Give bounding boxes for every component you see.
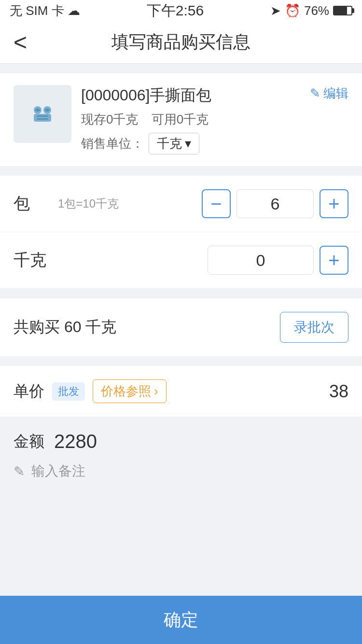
nav-bar: < 填写商品购买信息 <box>0 21 362 64</box>
battery-text: 76% <box>304 3 329 18</box>
pifa-tag: 批发 <box>52 382 85 401</box>
location-icon: ➤ <box>270 3 281 18</box>
note-icon: ✎ <box>14 463 25 479</box>
price-ref-arrow: › <box>154 384 158 399</box>
status-right: ➤ ⏰ 76% <box>270 3 352 18</box>
amount-row: 金额 2280 <box>14 431 348 452</box>
kg-label: 千克 <box>14 249 52 271</box>
bao-qty-control: − + <box>202 189 348 218</box>
product-stock: 现存0千克 可用0千克 <box>81 111 348 128</box>
note-placeholder: 输入备注 <box>31 462 85 480</box>
product-thumbnail <box>14 85 71 143</box>
price-ref-label: 价格参照 <box>101 383 151 400</box>
bao-row: 包 1包=10千克 − + <box>0 176 362 232</box>
stock-value: 现存0千克 <box>81 112 138 126</box>
back-button[interactable]: < <box>14 29 27 56</box>
price-row: 单价 批发 价格参照 › 38 <box>14 379 348 403</box>
price-left: 单价 批发 价格参照 › <box>14 379 167 403</box>
kg-plus-button[interactable]: + <box>320 246 348 275</box>
svg-rect-4 <box>34 114 51 122</box>
kg-row: 千克 + <box>0 232 362 289</box>
back-icon: < <box>14 29 27 55</box>
kg-qty-input[interactable] <box>208 246 314 275</box>
unit-label: 销售单位： <box>81 135 144 152</box>
summary-row: 共购买 60 千克 录批次 <box>0 298 362 356</box>
summary-text: 共购买 60 千克 <box>14 317 116 338</box>
unit-value: 千克 <box>157 135 182 152</box>
product-card: [0000006]手撕面包 现存0千克 可用0千克 销售单位： 千克 ▾ ✎ 编… <box>0 73 362 166</box>
amount-label: 金额 <box>14 431 44 452</box>
status-time: 下午2:56 <box>147 1 204 21</box>
battery-icon <box>333 6 352 15</box>
price-section: 单价 批发 价格参照 › 38 <box>0 366 362 417</box>
bao-qty-input[interactable] <box>237 189 314 218</box>
note-row[interactable]: ✎ 输入备注 <box>14 462 348 480</box>
confirm-button[interactable]: 确定 <box>0 596 362 644</box>
product-unit: 销售单位： 千克 ▾ <box>81 133 348 154</box>
footer: 确定 <box>0 596 362 644</box>
chevron-down-icon: ▾ <box>185 136 191 151</box>
available-value: 可用0千克 <box>152 112 209 126</box>
bao-label: 包 <box>14 193 52 215</box>
status-bar: 无 SIM 卡 ☁ 下午2:56 ➤ ⏰ 76% <box>0 0 362 21</box>
alarm-icon: ⏰ <box>285 3 300 18</box>
bao-plus-button[interactable]: + <box>320 189 348 218</box>
kg-qty-control: + <box>208 246 348 275</box>
no-sim-text: 无 SIM 卡 ☁ <box>10 2 80 19</box>
price-ref-button[interactable]: 价格参照 › <box>93 379 167 403</box>
amount-section: 金额 2280 ✎ 输入备注 <box>0 417 362 494</box>
svg-point-3 <box>45 109 50 112</box>
amount-value: 2280 <box>54 431 97 452</box>
bao-section: 包 1包=10千克 − + 千克 + <box>0 176 362 289</box>
page-title: 填写商品购买信息 <box>111 30 251 54</box>
edit-icon: ✎ <box>310 86 320 101</box>
bao-minus-button[interactable]: − <box>202 189 231 218</box>
bao-sublabel: 1包=10千克 <box>58 196 202 211</box>
product-info: [0000006]手撕面包 现存0千克 可用0千克 销售单位： 千克 ▾ <box>81 85 348 154</box>
svg-rect-6 <box>37 118 48 120</box>
product-name: [0000006]手撕面包 <box>81 85 348 106</box>
status-left: 无 SIM 卡 ☁ <box>10 2 80 19</box>
price-value: 38 <box>329 381 348 402</box>
svg-point-2 <box>35 109 40 112</box>
svg-rect-5 <box>37 115 48 117</box>
price-label: 单价 <box>14 381 44 402</box>
batch-button[interactable]: 录批次 <box>280 312 348 343</box>
edit-button[interactable]: ✎ 编辑 <box>310 85 348 102</box>
edit-label: 编辑 <box>323 85 348 102</box>
unit-select[interactable]: 千克 ▾ <box>149 133 199 154</box>
